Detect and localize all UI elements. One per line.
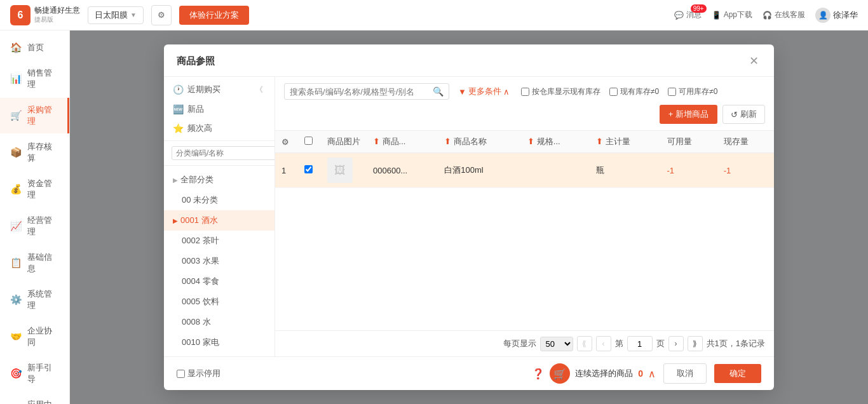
finance-icon: 💰 xyxy=(10,184,22,195)
cat-item-00[interactable]: 00 未分类 xyxy=(164,190,275,210)
select-all-header[interactable] xyxy=(298,131,321,153)
cat-item-0004[interactable]: 0004 零食 xyxy=(164,271,275,292)
page-label: 第 xyxy=(615,338,623,349)
add-product-button[interactable]: + 新增商品 xyxy=(660,105,717,124)
stock-nonzero-checkbox[interactable] xyxy=(609,88,618,96)
cat-item-0002[interactable]: 0002 茶叶 xyxy=(164,231,275,251)
sidebar-item-guide[interactable]: 🎯 新手引导 xyxy=(0,356,69,391)
cart-button[interactable]: 🛒 xyxy=(550,363,570,384)
sidebar-item-sales[interactable]: 📊 销售管理 xyxy=(0,61,69,97)
settings-button[interactable]: ⚙ xyxy=(151,5,172,25)
warehouse-checkbox[interactable] xyxy=(521,88,529,96)
more-filter-button[interactable]: ▼ 更多条件 ∧ xyxy=(454,84,513,99)
panel-collapse-icon[interactable]: 《 xyxy=(253,83,266,96)
sidebar-label-enterprise: 企业协同 xyxy=(27,325,59,348)
customer-service-button[interactable]: 🎧 在线客服 xyxy=(763,10,805,20)
username: 徐泽华 xyxy=(833,10,858,21)
unit-header[interactable]: ⬆ 主计量 xyxy=(590,131,660,153)
logo-text: 畅捷通好生意 xyxy=(34,6,80,16)
recent-icon: 🕐 xyxy=(173,84,184,95)
quick-filters: 🕐 近期购买 《 🆕 新品 ⭐ 频次高 xyxy=(164,77,275,141)
category-search-input[interactable] xyxy=(172,146,275,160)
cat-item-0005[interactable]: 0005 饮料 xyxy=(164,292,275,312)
name-header[interactable]: ⬆ 商品名称 xyxy=(438,131,521,153)
sidebar-item-system[interactable]: ⚙️ 系统管理 xyxy=(0,282,69,318)
arrow-open-icon: ▶ xyxy=(173,217,178,224)
available-header[interactable]: 可用量 xyxy=(661,131,717,153)
checkbox-stock-nonzero[interactable]: 现有库存≠0 xyxy=(609,86,659,97)
sidebar-item-finance[interactable]: 💰 资金管理 xyxy=(0,172,69,207)
sidebar-item-basic[interactable]: 📋 基础信息 xyxy=(0,245,69,281)
logo-sub: 捷易版 xyxy=(34,15,80,24)
filter-frequent[interactable]: ⭐ 频次高 xyxy=(164,119,275,138)
category-filter-row: 🔍 xyxy=(164,141,275,166)
select-all-checkbox[interactable] xyxy=(304,137,313,145)
sidebar-item-purchase[interactable]: 🛒 采购管理 xyxy=(0,98,69,133)
per-page-select[interactable]: 50 100 200 xyxy=(540,337,573,351)
sidebar-label-inventory: 库存核算 xyxy=(27,141,59,164)
search-input-wrap: 🔍 xyxy=(284,83,449,100)
last-page-button[interactable]: ⟫ xyxy=(688,336,703,351)
content-panel: 🔍 ▼ 更多条件 ∧ 按仓库显示现有库存 xyxy=(275,77,774,356)
search-icon[interactable]: 🔍 xyxy=(433,86,444,97)
row-available: -1 xyxy=(661,153,717,188)
checkbox-warehouse[interactable]: 按仓库显示现有库存 xyxy=(521,86,600,97)
sidebar-item-appcenter[interactable]: 📱 应用中心 xyxy=(0,393,69,404)
confirm-button[interactable]: 确定 xyxy=(714,364,761,383)
cat-item-all[interactable]: ▶ 全部分类 xyxy=(164,170,275,190)
new-icon: 🆕 xyxy=(173,104,184,114)
user-button[interactable]: 👤 徐泽华 xyxy=(815,8,858,23)
filter-new[interactable]: 🆕 新品 xyxy=(164,100,275,119)
page-content: 商品参照 ✕ 🕐 近期购买 《 xyxy=(70,30,868,404)
action-btns: + 新增商品 ↺ 刷新 xyxy=(660,105,765,124)
row-checkbox[interactable] xyxy=(304,165,313,173)
store-selector[interactable]: 日太阳膜 ▼ xyxy=(88,6,144,24)
cat-item-0001[interactable]: ▶ 0001 酒水 xyxy=(164,210,275,231)
sidebar-label-guide: 新手引导 xyxy=(27,362,59,385)
modal-overlay: 商品参照 ✕ 🕐 近期购买 《 xyxy=(70,30,868,404)
product-search-input[interactable] xyxy=(290,87,433,97)
cat-item-0003[interactable]: 0003 水果 xyxy=(164,251,275,271)
sidebar-item-enterprise[interactable]: 🤝 企业协同 xyxy=(0,319,69,354)
page-number-input[interactable] xyxy=(627,336,653,351)
message-icon: 💬 xyxy=(674,11,684,20)
refresh-button[interactable]: ↺ 刷新 xyxy=(722,105,765,124)
help-icon[interactable]: ❓ xyxy=(532,368,545,380)
filter-recent[interactable]: 🕐 近期购买 《 xyxy=(164,79,275,100)
cat-item-0010[interactable]: 0010 家电 xyxy=(164,332,275,353)
avatar: 👤 xyxy=(815,8,831,23)
cat-item-0008[interactable]: 0008 水 xyxy=(164,312,275,332)
trial-button[interactable]: 体验行业方案 xyxy=(179,6,249,25)
show-disabled-checkbox[interactable] xyxy=(177,370,185,378)
prev-page-button[interactable]: ‹ xyxy=(596,336,611,351)
pagination-bar: 每页显示 50 100 200 ⟪ ‹ 第 页 › xyxy=(275,330,774,356)
collapse-cart-button[interactable]: ∧ xyxy=(648,368,656,380)
sidebar-item-home[interactable]: 🏠 首页 xyxy=(0,36,69,60)
available-nonzero-checkbox[interactable] xyxy=(668,88,676,96)
row-checkbox-cell[interactable] xyxy=(298,153,321,188)
checkbox-available-nonzero[interactable]: 可用库存≠0 xyxy=(668,86,717,97)
table-row[interactable]: 1 🖼 000600... 白酒100ml xyxy=(275,153,774,188)
cancel-button[interactable]: 取消 xyxy=(663,363,707,384)
sidebar-item-operation[interactable]: 📈 经营管理 xyxy=(0,208,69,244)
show-disabled-label[interactable]: 显示停用 xyxy=(177,368,220,379)
sidebar-item-inventory[interactable]: 📦 库存核算 xyxy=(0,135,69,170)
category-panel: 🕐 近期购买 《 🆕 新品 ⭐ 频次高 xyxy=(164,77,275,356)
app-download-button[interactable]: 📱 App下载 xyxy=(712,10,752,20)
code-header[interactable]: ⬆ 商品... xyxy=(367,131,438,153)
close-button[interactable]: ✕ xyxy=(746,53,761,69)
sidebar-label-finance: 资金管理 xyxy=(27,178,59,201)
next-page-button[interactable]: › xyxy=(668,336,684,351)
sidebar-label-appcenter: 应用中心 xyxy=(27,399,59,404)
first-page-button[interactable]: ⟪ xyxy=(577,336,592,351)
settings-header[interactable]: ⚙ xyxy=(275,131,298,153)
guide-icon: 🎯 xyxy=(10,368,22,379)
message-button[interactable]: 💬 消息 99+ xyxy=(674,10,702,20)
logo-area: 6 畅捷通好生意 捷易版 xyxy=(10,5,80,25)
row-code: 000600... xyxy=(367,153,438,188)
product-reference-modal: 商品参照 ✕ 🕐 近期购买 《 xyxy=(164,44,774,390)
spec-header[interactable]: ⬆ 规格... xyxy=(521,131,590,153)
sidebar-label-basic: 基础信息 xyxy=(27,252,59,274)
cart-label: 连续选择的商品 xyxy=(575,368,633,379)
product-table: ⚙ 商品图片 ⬆ 商品... xyxy=(275,131,774,188)
